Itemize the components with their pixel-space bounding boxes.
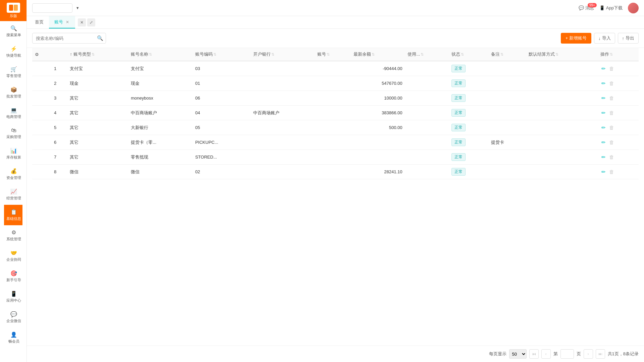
sidebar-item-purchase[interactable]: 🛍 采购管理 <box>4 123 22 143</box>
delete-icon[interactable]: 🗑 <box>609 110 614 116</box>
chevron-down-icon: ▾ <box>76 5 79 10</box>
sidebar-item-member[interactable]: 👤 畅会员 <box>4 327 22 348</box>
first-page-button[interactable]: ⏮ <box>529 349 539 359</box>
col-header-status[interactable]: 状态⇅ <box>449 48 488 61</box>
status-cell: 正常 <box>449 150 488 165</box>
user-avatar[interactable] <box>628 3 639 13</box>
note-cell <box>488 150 526 165</box>
add-account-button[interactable]: + 新增账号 <box>561 33 591 44</box>
delete-icon[interactable]: 🗑 <box>609 169 614 175</box>
col-header-name[interactable]: 账号名称⇅ <box>128 48 193 61</box>
account-search-input[interactable] <box>32 33 106 44</box>
sidebar-item-basic[interactable]: 📋 基础信息 <box>4 205 22 225</box>
bank-cell <box>251 91 315 106</box>
edit-icon[interactable]: ✏ <box>601 139 606 145</box>
sidebar-item-retail[interactable]: 🛒 零售管理 <box>4 62 22 82</box>
sidebar-item-wechat[interactable]: 💬 企业微信 <box>4 307 22 327</box>
settings-icon[interactable]: ⚙ <box>35 52 39 57</box>
close-window-button[interactable]: ✕ <box>78 18 86 26</box>
maximize-window-button[interactable]: ⤢ <box>87 18 95 26</box>
sort-icon-settle: ⇅ <box>555 52 558 56</box>
edit-icon[interactable]: ✏ <box>601 95 606 101</box>
col-header-account[interactable]: 账号⇅ <box>315 48 351 61</box>
topbar-search-input[interactable] <box>32 3 72 13</box>
sidebar-item-agreement[interactable]: 🤝 企业协同 <box>4 246 22 266</box>
prev-page-button[interactable]: ‹ <box>541 349 551 359</box>
settle-cell <box>526 165 598 179</box>
action-cell: ✏ 🗑 <box>598 106 639 120</box>
col-header-type[interactable]: ↑ 账号类型⇅ <box>67 48 128 61</box>
edit-icon[interactable]: ✏ <box>601 154 606 160</box>
code-cell: 04 <box>193 106 251 120</box>
type-cell: 其它 <box>67 135 128 150</box>
sidebar-item-wholesale[interactable]: 📦 批发管理 <box>4 82 22 103</box>
sidebar-item-quicknav[interactable]: ⚡ 快捷导航 <box>4 42 22 62</box>
delete-icon[interactable]: 🗑 <box>609 154 614 160</box>
col-header-note[interactable]: 备注⇅ <box>488 48 526 61</box>
bank-cell: 中百商场账户 <box>251 106 315 120</box>
code-cell: 03 <box>193 61 251 76</box>
edit-icon[interactable]: ✏ <box>601 66 606 71</box>
import-button[interactable]: ↓ 导入 <box>594 33 615 44</box>
topbar-dropdown[interactable]: ▾ <box>76 5 79 10</box>
app-download-label: App下载 <box>606 5 623 11</box>
logo-icon <box>7 3 20 13</box>
status-badge: 正常 <box>451 109 466 117</box>
settle-cell <box>526 120 598 135</box>
sort-icon-name: ⇅ <box>149 52 152 56</box>
col-header-action[interactable]: 操作⇅ <box>598 48 639 61</box>
col-header-num[interactable] <box>51 48 67 61</box>
usage-cell <box>405 120 448 135</box>
settle-cell <box>526 91 598 106</box>
balance-cell: 28241.10 <box>351 165 405 179</box>
balance-cell <box>351 150 405 165</box>
usage-cell <box>405 61 448 76</box>
sidebar-item-system[interactable]: ⚙ 系统管理 <box>4 225 22 246</box>
sidebar-item-ecommerce[interactable]: 💻 电商管理 <box>4 103 22 123</box>
delete-icon[interactable]: 🗑 <box>609 80 614 86</box>
sidebar-item-app[interactable]: 📱 应用中心 <box>4 287 22 307</box>
import-label: 导入 <box>602 35 611 41</box>
delete-icon[interactable]: 🗑 <box>609 139 614 145</box>
message-badge: 99+ <box>588 3 597 7</box>
sort-icon-balance: ⇅ <box>372 52 375 56</box>
col-header-bank[interactable]: 开户银行⇅ <box>251 48 315 61</box>
operation-icon: 📈 <box>10 188 17 195</box>
col-header-balance[interactable]: 最新余额⇅ <box>351 48 405 61</box>
delete-icon[interactable]: 🗑 <box>609 95 614 101</box>
last-page-button[interactable]: ⏭ <box>596 349 605 359</box>
sidebar-item-search[interactable]: 🔍 搜索菜单 <box>4 21 22 42</box>
edit-icon[interactable]: ✏ <box>601 169 606 175</box>
code-cell: STORED... <box>193 150 251 165</box>
col-header-usage[interactable]: 使用...⇅ <box>405 48 448 61</box>
col-header-code[interactable]: 账号编码⇅ <box>193 48 251 61</box>
tab-home[interactable]: 首页 <box>30 16 49 28</box>
col-header-settings[interactable]: ⚙ <box>32 48 51 61</box>
page-size-select[interactable]: 50 20 100 <box>509 349 527 359</box>
note-cell <box>488 120 526 135</box>
code-cell: 01 <box>193 76 251 91</box>
tab-account[interactable]: 账号✕ <box>49 16 75 28</box>
edit-icon[interactable]: ✏ <box>601 125 606 130</box>
balance-cell: 547670.00 <box>351 76 405 91</box>
search-icon[interactable]: 🔍 <box>97 35 103 41</box>
edit-icon[interactable]: ✏ <box>601 110 606 116</box>
col-header-settle[interactable]: 默认结算方式⇅ <box>526 48 598 61</box>
edit-icon[interactable]: ✏ <box>601 80 606 86</box>
export-button[interactable]: ↑ 导出 <box>618 33 639 44</box>
sidebar-label-wholesale: 批发管理 <box>6 94 21 99</box>
sidebar-item-operation[interactable]: 📈 经营管理 <box>4 184 22 205</box>
delete-icon[interactable]: 🗑 <box>609 66 614 71</box>
sidebar-item-finance[interactable]: 💰 资金管理 <box>4 164 22 184</box>
app-download-button[interactable]: 📱 App下载 <box>599 5 623 11</box>
message-button[interactable]: 💬 消息 99+ <box>579 5 594 11</box>
tab-close-account[interactable]: ✕ <box>65 20 70 24</box>
next-page-button[interactable]: › <box>584 349 593 359</box>
sidebar-item-inventory[interactable]: 📊 库存核算 <box>4 143 22 164</box>
page-number-input[interactable]: 1 <box>560 349 574 359</box>
sidebar-item-guide[interactable]: 🎯 新手引导 <box>4 266 22 287</box>
toolbar-right: + 新增账号 ↓ 导入 ↑ 导出 <box>561 33 639 44</box>
content-toolbar: 🔍 + 新增账号 ↓ 导入 ↑ 导出 <box>27 29 644 48</box>
delete-icon[interactable]: 🗑 <box>609 125 614 130</box>
sort-asc-icon-type: ↑ <box>70 52 72 57</box>
